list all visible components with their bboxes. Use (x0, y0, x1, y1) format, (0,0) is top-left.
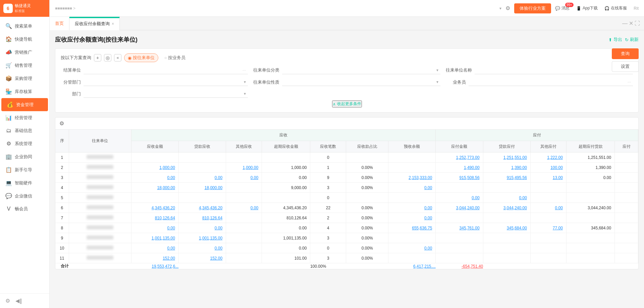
inventory-icon: 🏪 (5, 88, 12, 95)
td-yingshou-je: 0.00 (131, 173, 178, 183)
sidebar-item-basic[interactable]: 🗂 基础信息 (0, 124, 49, 137)
td-yingshou-je: 1,001,135.00 (131, 233, 178, 243)
setting-button[interactable]: 设置 (612, 61, 639, 72)
td-yushou (388, 233, 436, 243)
sidebar-item-marketing[interactable]: 📣 营销推广 (0, 46, 49, 59)
wanglai-type-select[interactable]: ▾ (282, 67, 440, 74)
sidebar-item-quicknav[interactable]: 🏠 快捷导航 (0, 33, 49, 46)
sidebar-item-finance[interactable]: 💰 资金管理 (1, 98, 48, 111)
th-yingfu-je: 应付金额 (436, 141, 483, 152)
fenguan-select[interactable]: ▾ (84, 78, 248, 86)
sidebar-label-member: 畅会员 (15, 206, 28, 212)
td-no: 11 (55, 253, 69, 263)
total-yingshou-je[interactable]: 19,553,472,6... (131, 263, 178, 269)
sidebar-item-search[interactable]: 🔍 搜索菜单 (0, 19, 49, 33)
filter-wanglai-nature: 往来单位性质 ▾ (253, 78, 440, 86)
td-yingfu-cq (566, 253, 614, 263)
tab-close-icon[interactable]: × (112, 21, 114, 26)
td-yingfu-dk: 915,495.56 (483, 173, 530, 183)
collapse-button[interactable]: ∧ 收起更多条件 (332, 100, 362, 107)
td-yingfu-je: 1,252,773.00 (436, 152, 483, 163)
wanglai-name-input[interactable] (475, 66, 633, 74)
filter-scheme-item-salesman[interactable]: ○ 按业务员 (161, 53, 189, 62)
td-yingshou-cq: 0.00 (262, 243, 310, 253)
sidebar-item-system[interactable]: ⚙ 系统管理 (0, 137, 49, 150)
sidebar-item-corp[interactable]: 🏢 企业协同 (0, 150, 49, 163)
corp-icon: 🏢 (5, 153, 12, 160)
filter-add-button[interactable]: + (94, 54, 101, 61)
td-yingfu-extra (615, 243, 638, 253)
nature-select[interactable]: ▾ (282, 78, 440, 86)
filter-row-2: 分管部门 ▾ 往来单位性质 ▾ 业务员 (61, 78, 633, 86)
tab-active-label: 应收应付余额查询 (75, 21, 110, 27)
sidebar-item-member[interactable]: V 畅会员 (0, 203, 49, 215)
sidebar-label-corp: 企业协同 (15, 154, 32, 160)
tab-controls: — ✕ ⛶ (622, 20, 644, 27)
settings-icon[interactable]: ⚙ (5, 298, 10, 304)
solution-button[interactable]: 体验行业方案 (514, 3, 551, 13)
dept-select[interactable]: ▾ (84, 90, 248, 98)
td-yingshou-qt (226, 183, 262, 193)
query-button[interactable]: 查询 (612, 48, 639, 59)
table-row: 4 18,000.00 18,000.00 9,000.00 3 0.00% 0… (55, 183, 638, 193)
td-yingfu-cq: 3,044,240.00 (566, 203, 614, 213)
sidebar-item-inventory[interactable]: 🏪 库存核算 (0, 85, 49, 98)
sidebar-item-guide[interactable]: 📋 新手引导 (0, 163, 49, 176)
filter-area: 按以下方案查询 + ◎ « ◉ 按往来单位 ○ 按业务员 (55, 48, 639, 113)
filter-salesman: 业务员 ··· (446, 78, 633, 86)
close-window-icon[interactable]: ✕ (629, 20, 633, 27)
refresh-button[interactable]: ↻ 刷新 (625, 37, 639, 43)
user-name[interactable]: Rit (634, 6, 639, 11)
th-yushou: 预收余额 (388, 141, 436, 152)
app-download-button[interactable]: 📱 App下载 (576, 5, 598, 11)
total-yingfu-extra (615, 263, 638, 269)
sidebar-label-search: 搜索菜单 (15, 23, 32, 29)
td-yingshou-qt: 0.00 (226, 203, 262, 213)
td-yingshou-je: 0.00 (131, 243, 178, 253)
topbar-breadcrumb: ■■■■■■■ > (55, 6, 495, 11)
sidebar-item-purchase[interactable]: 📦 采购管理 (0, 72, 49, 85)
maximize-icon[interactable]: ⛶ (635, 20, 640, 27)
td-yingshou-dk: 0.00 (178, 223, 226, 233)
sidebar-item-wechat[interactable]: 💬 企业微信 (0, 189, 49, 203)
td-yingfu-cq: 1,251,551.00 (566, 152, 614, 163)
filter-scheme-chip-wanglai[interactable]: ◉ 按往来单位 (124, 53, 158, 62)
total-yingfu-je[interactable]: -654,751.40 (436, 263, 483, 269)
sidebar: 6 畅捷通灵 标准版 🔍 搜索菜单🏠 快捷导航📣 营销推广🛒 销售管理📦 采购管… (0, 0, 50, 308)
table-row: 1 0 1,252,773.00 1,251,551.00 1,222.00 1… (55, 152, 638, 163)
service-button[interactable]: 🎧 在线客服 (604, 5, 627, 11)
topbar-dropdown[interactable]: ▾ (499, 6, 501, 11)
tab-home[interactable]: 首页 (50, 17, 69, 30)
th-yingshou-qt: 其他应收 (226, 141, 262, 152)
page-header: 应收应付余额查询(按往来单位) ⬆ 导出 ↻ 刷新 (55, 36, 639, 44)
td-yingshou-qt: 1,000.00 (226, 163, 262, 173)
td-unit (69, 183, 131, 193)
sidebar-item-sales[interactable]: 🛒 销售管理 (0, 59, 49, 72)
td-yingfu-extra (615, 253, 638, 263)
td-yingshou-je: 4,345,436.20 (131, 203, 178, 213)
sidebar-item-operation[interactable]: 📊 经营管理 (0, 111, 49, 124)
topbar-gear-icon[interactable]: ⚙ (505, 5, 510, 11)
td-yingshou-dk: 810,126.64 (178, 213, 226, 223)
td-yingshou-qt: 0.00 (226, 173, 262, 183)
table-row: 6 4,345,436.20 4,345,436.20 0.00 4,345,4… (55, 203, 638, 213)
salesman-input[interactable]: ··· (469, 78, 633, 86)
export-button[interactable]: ⬆ 导出 (608, 37, 622, 43)
logo-text: 畅捷通灵 标准版 (15, 3, 31, 13)
td-yingfu-qt (530, 233, 566, 243)
jiesuan-input[interactable]: ··· (84, 67, 248, 74)
sidebar-item-hardware[interactable]: 💻 智能硬件 (0, 176, 49, 189)
wechat-icon: 💬 (5, 193, 12, 199)
minimize-icon[interactable]: — (622, 20, 628, 27)
tab-active[interactable]: 应收应付余额查询 × (69, 17, 120, 30)
sidebar-label-operation: 经营管理 (15, 115, 32, 121)
filter-expand-button[interactable]: « (114, 54, 121, 61)
jiesuan-label: 结算单位 (61, 67, 81, 73)
chip-icon: ◉ (128, 55, 131, 60)
message-button[interactable]: 💬 消息 99+ (555, 5, 570, 11)
total-yushou[interactable]: 6,417,215.... (388, 263, 436, 269)
filter-schema-button[interactable]: ◎ (104, 54, 111, 61)
table-settings-icon[interactable]: ⚙ (59, 120, 64, 127)
total-cq (262, 263, 310, 269)
collapse-icon[interactable]: ◀‖ (15, 298, 22, 304)
